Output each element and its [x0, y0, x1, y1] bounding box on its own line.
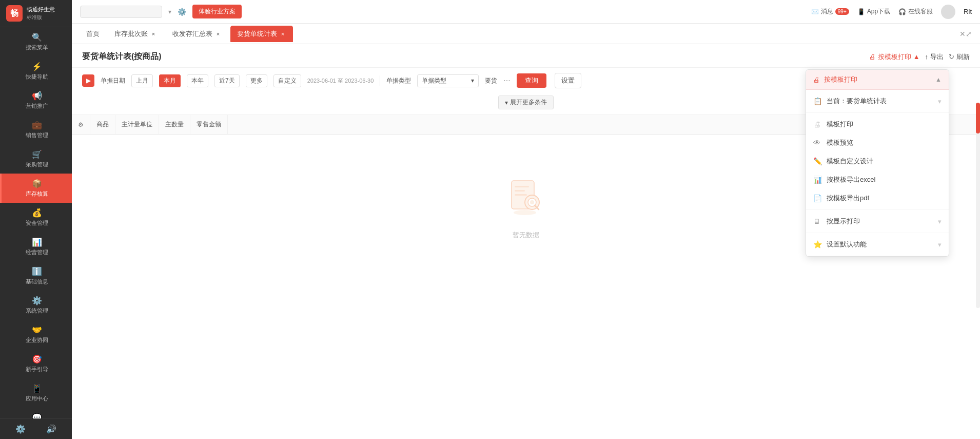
svg-rect-2 [515, 186, 529, 187]
topbar-gear-icon[interactable]: ⚙️ [178, 8, 186, 16]
col-unit: 主计量单位 [115, 115, 159, 135]
query-btn[interactable]: 查询 [517, 73, 546, 88]
sidebar-item-finance[interactable]: 💰 资金管理 [0, 203, 72, 232]
dropdown-default-label: 设置默认功能 [827, 240, 867, 249]
sidebar-item-label: 采购管理 [26, 161, 48, 168]
dropdown-template-design-label: 模板自定义设计 [827, 157, 873, 166]
tab-order-stats-close[interactable]: × [279, 30, 286, 37]
sidebar-item-appstore[interactable]: 📱 应用中心 [0, 378, 72, 408]
print-dropdown-arrow: ▲ [913, 53, 920, 61]
col-quantity: 主数量 [159, 115, 190, 135]
tab-home-label: 首页 [86, 30, 100, 37]
dropdown-current-left: 📋 当前：要货单统计表 [813, 97, 887, 106]
dropdown-display-print[interactable]: 🖥 按显示打印 ▾ [806, 212, 949, 231]
sidebar-item-marketing[interactable]: 📢 营销推广 [0, 86, 72, 115]
printer-icon: 🖨 [869, 53, 876, 61]
topbar-dropdown-arrow[interactable]: ▾ [168, 8, 171, 15]
sidebar-item-enterprise[interactable]: 🤝 企业协同 [0, 320, 72, 349]
sidebar-item-purchase[interactable]: 🛒 采购管理 [0, 144, 72, 174]
sidebar-item-label: 应用中心 [26, 395, 48, 403]
tab-order-stats-label: 要货单统计表 [237, 29, 277, 39]
date-btn-thismonth[interactable]: 本月 [159, 74, 181, 87]
refresh-btn[interactable]: ↻ 刷新 [949, 52, 970, 62]
dropdown-default-left: ⭐ 设置默认功能 [813, 240, 867, 249]
dropdown-current-item[interactable]: 📋 当前：要货单统计表 ▾ [806, 92, 949, 110]
print-btn[interactable]: 🖨 按模板打印 ▲ [869, 52, 920, 62]
sidebar-item-label: 经营管理 [26, 249, 48, 256]
guide-icon: 🎯 [32, 354, 42, 364]
wechat-icon: 💬 [32, 413, 42, 418]
message-btn[interactable]: ✉️ 消息 99+ [811, 7, 849, 16]
date-btn-more[interactable]: 更多 [246, 74, 267, 87]
window-expand-btn[interactable]: ⤢ [966, 30, 972, 38]
online-service-btn[interactable]: 🎧 在线客服 [898, 7, 933, 16]
filter-divider [380, 75, 380, 86]
experience-btn[interactable]: 体验行业方案 [192, 5, 242, 18]
message-icon: ✉️ [811, 8, 819, 15]
dropdown-template-preview-label: 模板预览 [827, 138, 853, 147]
tab-home[interactable]: 首页 [80, 26, 106, 42]
tab-order-stats[interactable]: 要货单统计表 × [230, 26, 293, 42]
dropdown-display-left: 🖥 按显示打印 [813, 217, 860, 226]
dropdown-export-excel[interactable]: 📊 按模板导出excel [806, 170, 949, 189]
sidebar-item-operation[interactable]: 📊 经营管理 [0, 232, 72, 261]
expand-more-btn[interactable]: ▾ 展开更多条件 [498, 96, 554, 109]
tab-batch-close[interactable]: × [150, 30, 157, 37]
tab-batch[interactable]: 库存批次账 × [108, 26, 164, 42]
table-settings-icon[interactable]: ⚙ [78, 121, 84, 128]
dropdown-template-print-label: 模板打印 [827, 120, 853, 129]
order-type-value: 单据类型 [422, 77, 446, 85]
print-dropdown: 🖨 按模板打印 ▲ 📋 当前：要货单统计表 ▾ 🖨 模板打印 👁 模板预览 ✏️… [806, 69, 949, 257]
export-btn[interactable]: ↑ 导出 [925, 52, 944, 62]
col-goods: 商品 [90, 115, 115, 135]
right-scrollbar[interactable] [976, 103, 980, 308]
appstore-icon: 📱 [32, 384, 42, 393]
topbar-search-input[interactable] [80, 6, 162, 18]
date-btn-lastmonth[interactable]: 上月 [131, 74, 153, 87]
dropdown-header[interactable]: 🖨 按模板打印 ▲ [806, 70, 949, 90]
date-btn-7days[interactable]: 近7天 [214, 74, 240, 87]
sidebar-item-search[interactable]: 🔍 搜索菜单 [0, 27, 72, 56]
print-btn-label: 按模板打印 [878, 52, 911, 62]
audio-footer-icon[interactable]: 🔊 [46, 424, 56, 434]
enterprise-icon: 🤝 [32, 325, 42, 335]
sidebar-item-inventory[interactable]: 📦 库存核算 [0, 174, 72, 203]
settings-footer-icon[interactable]: ⚙️ [15, 424, 26, 434]
sidebar-item-wechat[interactable]: 💬 企业微信 [0, 408, 72, 418]
date-btn-custom[interactable]: 自定义 [273, 74, 301, 87]
svg-point-0 [514, 210, 536, 215]
sidebar-item-label: 企业协同 [26, 336, 48, 344]
template-design-icon: ✏️ [813, 157, 821, 165]
sidebar-item-guide[interactable]: 🎯 新手引导 [0, 349, 72, 378]
sidebar-item-shortcut[interactable]: ⚡ 快捷导航 [0, 56, 72, 86]
more-icon[interactable]: ··· [503, 76, 510, 85]
tab-collection-close[interactable]: × [214, 30, 222, 37]
dropdown-template-design[interactable]: ✏️ 模板自定义设计 [806, 152, 949, 170]
dropdown-set-default[interactable]: ⭐ 设置默认功能 ▾ [806, 235, 949, 254]
window-close-btn[interactable]: ✕ [959, 30, 966, 38]
sidebar-item-label: 基础信息 [26, 278, 48, 285]
dropdown-display-section: 🖥 按显示打印 ▾ [806, 210, 949, 233]
export-excel-icon: 📊 [813, 176, 821, 184]
filter-expand-arrow[interactable]: ▶ [82, 74, 94, 87]
dropdown-export-pdf[interactable]: 📄 按模板导出pdf [806, 189, 949, 207]
page-title: 要货单统计表(按商品) [82, 51, 162, 62]
sidebar-item-basic[interactable]: ℹ️ 基础信息 [0, 261, 72, 291]
export-icon: ↑ [925, 53, 929, 61]
user-avatar[interactable] [941, 5, 955, 19]
order-type-select[interactable]: 单据类型 ▾ [417, 74, 479, 87]
date-btn-thisyear[interactable]: 本年 [187, 74, 208, 87]
topbar: ▾ ⚙️ 体验行业方案 ✉️ 消息 99+ 📱 App下载 🎧 在线客服 Rit [72, 0, 980, 24]
tab-collection[interactable]: 收发存汇总表 × [166, 26, 228, 42]
col-settings[interactable]: ⚙ [72, 115, 90, 135]
date-range-display: 2023-06-01 至 2023-06-30 [307, 77, 374, 85]
dropdown-collapse-arrow[interactable]: ▲ [935, 76, 942, 83]
app-download-btn[interactable]: 📱 App下载 [857, 7, 890, 16]
finance-icon: 💰 [32, 208, 42, 218]
dropdown-template-preview[interactable]: 👁 模板预览 [806, 133, 949, 152]
settings-btn[interactable]: 设置 [555, 73, 581, 88]
sidebar-item-system[interactable]: ⚙️ 系统管理 [0, 291, 72, 320]
empty-text: 暂无数据 [513, 231, 539, 240]
dropdown-template-print[interactable]: 🖨 模板打印 [806, 115, 949, 133]
sidebar-item-sales[interactable]: 💼 销售管理 [0, 115, 72, 144]
